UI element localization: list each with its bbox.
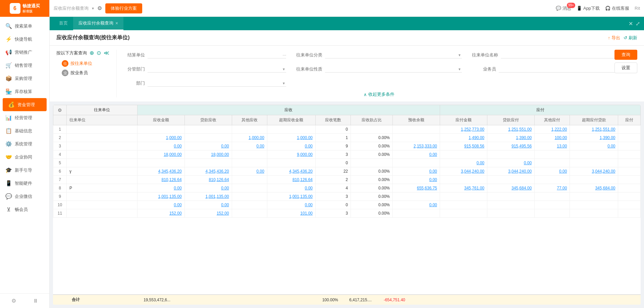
sidebar-item-inventory[interactable]: 🏪库存核算 bbox=[0, 85, 49, 98]
table-cell[interactable]: 0.00 bbox=[267, 184, 315, 192]
table-cell[interactable]: 0 bbox=[316, 125, 351, 134]
table-cell[interactable]: 1,001,135.00 bbox=[184, 192, 232, 201]
table-cell[interactable]: 1,001,135.00 bbox=[267, 192, 315, 201]
sidebar-item-basic[interactable]: 📋基础信息 bbox=[0, 124, 49, 137]
promo-button[interactable]: 体验行业方案 bbox=[105, 3, 142, 13]
salesperson-input[interactable] bbox=[499, 66, 634, 72]
scheme-by-partner[interactable]: 往 按往来单位 bbox=[60, 59, 112, 68]
sidebar-item-marketing[interactable]: 📢营销推广 bbox=[0, 46, 49, 59]
table-cell[interactable]: 345,684.00 bbox=[487, 184, 535, 192]
table-cell[interactable]: P bbox=[67, 184, 138, 192]
table-cell[interactable]: 0.00 bbox=[232, 167, 267, 176]
table-cell[interactable]: 0 bbox=[316, 201, 351, 209]
table-cell[interactable]: 1,000.00 bbox=[267, 134, 315, 142]
table-cell[interactable]: 2,153,333.00 bbox=[392, 142, 440, 150]
table-cell[interactable]: 0.00 bbox=[392, 167, 440, 176]
filter-collapse-button[interactable]: ≪ bbox=[104, 50, 109, 56]
table-cell[interactable]: 0.00% bbox=[351, 209, 393, 218]
table-cell[interactable]: 0.00 bbox=[570, 142, 618, 150]
table-cell[interactable]: 6 bbox=[53, 167, 67, 176]
table-cell[interactable]: 1,000.00 bbox=[232, 134, 267, 142]
table-cell[interactable]: 0.00% bbox=[351, 150, 393, 159]
table-cell[interactable]: 0.00 bbox=[137, 184, 184, 192]
table-cell[interactable]: 1,222.00 bbox=[535, 125, 570, 134]
table-cell[interactable]: 0.00 bbox=[535, 167, 570, 176]
table-cell[interactable]: 0.00% bbox=[351, 176, 393, 184]
table-cell[interactable]: 13.00 bbox=[535, 142, 570, 150]
table-cell[interactable]: 77.00 bbox=[535, 184, 570, 192]
sidebar-item-wechat[interactable]: 💬企业微信 bbox=[0, 190, 49, 203]
table-cell[interactable]: 0.00 bbox=[267, 142, 315, 150]
table-cell[interactable]: 0.00% bbox=[351, 142, 393, 150]
table-cell[interactable]: 3 bbox=[53, 142, 67, 150]
table-cell[interactable]: 3,044,240.00 bbox=[487, 167, 535, 176]
table-cell[interactable]: 3 bbox=[316, 192, 351, 201]
sidebar-item-guide[interactable]: 🎓新手引导 bbox=[0, 164, 49, 177]
table-cell[interactable]: 1,251,551.00 bbox=[487, 125, 535, 134]
table-cell[interactable]: 4,345,436.20 bbox=[267, 167, 315, 176]
table-cell[interactable]: 2 bbox=[316, 176, 351, 184]
table-cell[interactable]: 3 bbox=[316, 209, 351, 218]
table-cell[interactable]: 0.00 bbox=[184, 184, 232, 192]
settlement-input[interactable] bbox=[148, 52, 282, 58]
table-cell[interactable]: 0.00% bbox=[351, 201, 393, 209]
tab-close-window-icon[interactable]: ✕ bbox=[629, 20, 633, 27]
header-gear-icon[interactable]: ⚙ bbox=[97, 5, 102, 11]
table-cell[interactable]: 10 bbox=[53, 201, 67, 209]
app-download-action[interactable]: 📱 App下载 bbox=[577, 5, 600, 11]
table-cell[interactable]: 345,761.00 bbox=[440, 184, 487, 192]
table-cell[interactable]: 101.00 bbox=[267, 209, 315, 218]
sidebar-item-finance[interactable]: 💰资金管理 bbox=[3, 98, 47, 111]
partner-category-select[interactable]: ▾ bbox=[325, 52, 462, 58]
sidebar-item-member[interactable]: ⊻畅会员 bbox=[0, 203, 49, 216]
tab-home[interactable]: 首页 bbox=[54, 17, 73, 30]
sidebar-item-quick[interactable]: ⚡快捷导航 bbox=[0, 33, 49, 46]
sidebar-item-search[interactable]: 🔍搜索菜单 bbox=[0, 19, 49, 33]
table-cell[interactable]: 0.00 bbox=[392, 150, 440, 159]
table-settings-icon[interactable]: ⚙ bbox=[58, 107, 62, 113]
user-name[interactable]: Rit bbox=[635, 6, 640, 11]
table-cell[interactable]: 4,345,436.20 bbox=[184, 167, 232, 176]
table-cell[interactable]: 0.00 bbox=[184, 142, 232, 150]
table-cell[interactable]: 0.00% bbox=[351, 192, 393, 201]
table-cell[interactable]: 4 bbox=[53, 150, 67, 159]
sidebar-item-purchase[interactable]: 📦采购管理 bbox=[0, 72, 49, 85]
header-chevron-icon[interactable]: ▾ bbox=[92, 6, 94, 11]
table-cell[interactable]: 1 bbox=[316, 134, 351, 142]
table-cell[interactable]: 5 bbox=[53, 159, 67, 167]
sidebar-item-collab[interactable]: 🤝企业协同 bbox=[0, 150, 49, 164]
table-cell[interactable]: 3,044,240.00 bbox=[440, 167, 487, 176]
table-cell[interactable]: 0.00 bbox=[440, 159, 487, 167]
table-cell[interactable]: 810,126.64 bbox=[137, 176, 184, 184]
table-cell[interactable]: 915,495.56 bbox=[487, 142, 535, 150]
sidebar-item-system[interactable]: ⚙️系统管理 bbox=[0, 137, 49, 150]
table-cell[interactable]: 1,390.00 bbox=[570, 134, 618, 142]
table-cell[interactable]: 655,636.75 bbox=[392, 184, 440, 192]
online-service-action[interactable]: 🎧 在线客服 bbox=[605, 5, 629, 11]
table-cell[interactable]: 152.00 bbox=[137, 209, 184, 218]
table-cell[interactable]: 9 bbox=[53, 192, 67, 201]
table-cell[interactable]: 8 bbox=[53, 184, 67, 192]
table-cell[interactable]: 1,251,551.00 bbox=[570, 125, 618, 134]
table-cell[interactable]: 0.00 bbox=[184, 201, 232, 209]
export-button[interactable]: ↑ 导出 bbox=[608, 35, 621, 41]
settlement-dots-icon[interactable]: ··· bbox=[282, 52, 286, 57]
table-cell[interactable]: 0.00% bbox=[351, 184, 393, 192]
sidebar-item-business[interactable]: 📊经营管理 bbox=[0, 111, 49, 124]
table-cell[interactable]: 0.00 bbox=[487, 159, 535, 167]
filter-add-button[interactable]: ⊕ bbox=[90, 50, 94, 56]
table-cell[interactable]: 0 bbox=[316, 159, 351, 167]
table-cell[interactable]: 345,684.00 bbox=[570, 184, 618, 192]
refresh-button[interactable]: ↺ 刷新 bbox=[624, 35, 637, 41]
dept-select[interactable]: ▾ bbox=[148, 66, 286, 73]
table-cell[interactable]: 1,252,773.00 bbox=[440, 125, 487, 134]
table-cell[interactable]: 810,126.64 bbox=[267, 176, 315, 184]
table-cell[interactable]: 7 bbox=[53, 176, 67, 184]
table-cell[interactable]: 0.00 bbox=[232, 142, 267, 150]
table-cell[interactable]: 9 bbox=[316, 142, 351, 150]
collapse-sidebar-btn[interactable]: ⏸ bbox=[26, 298, 46, 304]
table-cell[interactable]: 0.00 bbox=[137, 201, 184, 209]
scheme-by-sales[interactable]: 业 按业务员 bbox=[60, 69, 112, 77]
department-select[interactable]: ▾ bbox=[148, 80, 286, 87]
settings-button[interactable]: 设置 bbox=[614, 62, 637, 73]
